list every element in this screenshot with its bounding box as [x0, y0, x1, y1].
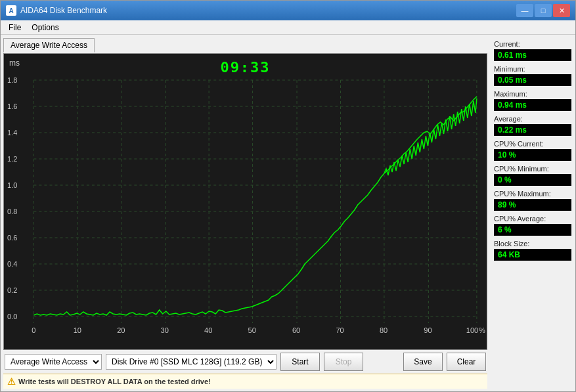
svg-text:100: 100 — [466, 326, 478, 334]
current-label: Current: — [494, 40, 571, 48]
app-icon: A — [6, 5, 16, 16]
svg-rect-0 — [4, 54, 487, 349]
cpu-maximum-label: CPU% Maximum: — [494, 190, 571, 198]
warning-text: Write tests will DESTROY ALL DATA on the… — [18, 378, 211, 385]
warning-bar: ⚠ Write tests will DESTROY ALL DATA on t… — [3, 374, 487, 389]
benchmark-select[interactable]: Average Write Access — [5, 354, 102, 370]
stop-button[interactable]: Stop — [324, 353, 363, 371]
window-title: AIDA64 Disk Benchmark — [20, 6, 107, 15]
cpu-average-value: 6 % — [494, 224, 571, 236]
chart-container: 09:33 ms — [3, 53, 487, 350]
title-bar-controls: — □ ✕ — [516, 4, 570, 17]
maximum-label: Maximum: — [494, 90, 571, 98]
start-button[interactable]: Start — [280, 353, 320, 371]
svg-text:60: 60 — [292, 326, 300, 334]
svg-text:1.4: 1.4 — [7, 129, 17, 137]
cpu-current-value: 10 % — [494, 149, 571, 161]
svg-text:0.4: 0.4 — [7, 260, 17, 268]
cpu-minimum-label: CPU% Minimum: — [494, 165, 571, 173]
content-area: Average Write Access 09:33 ms — [1, 35, 575, 391]
tab-bar: Average Write Access — [3, 37, 487, 52]
svg-text:0.0: 0.0 — [7, 313, 17, 320]
svg-text:40: 40 — [204, 326, 212, 334]
chart-timer: 09:33 — [220, 59, 270, 76]
title-bar: A AIDA64 Disk Benchmark — □ ✕ — [1, 1, 575, 20]
clear-button[interactable]: Clear — [447, 353, 486, 371]
current-value: 0.61 ms — [494, 49, 571, 61]
svg-text:0: 0 — [32, 326, 35, 334]
svg-text:0.2: 0.2 — [7, 286, 17, 294]
chart-svg: ms — [4, 54, 487, 349]
main-window: A AIDA64 Disk Benchmark — □ ✕ File Optio… — [0, 0, 576, 392]
tab-average-write-access[interactable]: Average Write Access — [3, 38, 95, 53]
block-size-value: 64 KB — [494, 249, 571, 261]
maximum-value: 0.94 ms — [494, 99, 571, 111]
svg-text:1.2: 1.2 — [7, 155, 17, 163]
average-label: Average: — [494, 115, 571, 123]
menu-file[interactable]: File — [3, 22, 26, 33]
block-size-label: Block Size: — [494, 240, 571, 248]
menu-options[interactable]: Options — [26, 22, 64, 33]
svg-text:1.6: 1.6 — [7, 102, 17, 110]
title-bar-left: A AIDA64 Disk Benchmark — [6, 5, 107, 16]
svg-text:ms: ms — [9, 58, 20, 68]
bottom-controls: Average Write Access Disk Drive #0 [SSD … — [3, 350, 487, 374]
svg-text:1.8: 1.8 — [7, 76, 17, 84]
minimum-label: Minimum: — [494, 65, 571, 73]
svg-text:%: % — [479, 326, 485, 334]
close-button[interactable]: ✕ — [553, 4, 570, 17]
maximize-button[interactable]: □ — [535, 4, 552, 17]
drive-select[interactable]: Disk Drive #0 [SSD MLC 128G] (119.2 GB) — [106, 354, 277, 370]
cpu-minimum-value: 0 % — [494, 174, 571, 186]
cpu-maximum-value: 89 % — [494, 199, 571, 211]
svg-text:10: 10 — [74, 326, 81, 334]
minimize-button[interactable]: — — [516, 4, 533, 17]
average-value: 0.22 ms — [494, 124, 571, 136]
cpu-average-label: CPU% Average: — [494, 215, 571, 223]
minimum-value: 0.05 ms — [494, 74, 571, 86]
menu-bar: File Options — [1, 20, 575, 35]
warning-icon: ⚠ — [7, 376, 16, 387]
svg-text:0.8: 0.8 — [7, 207, 17, 215]
svg-text:80: 80 — [380, 326, 388, 334]
save-button[interactable]: Save — [403, 353, 443, 371]
svg-text:50: 50 — [248, 326, 256, 334]
svg-text:70: 70 — [336, 326, 343, 334]
svg-text:1.0: 1.0 — [7, 181, 17, 189]
svg-text:20: 20 — [117, 326, 125, 334]
right-panel: Current: 0.61 ms Minimum: 0.05 ms Maximu… — [490, 35, 575, 391]
cpu-current-label: CPU% Current: — [494, 140, 571, 148]
svg-text:30: 30 — [161, 326, 169, 334]
svg-text:0.6: 0.6 — [7, 234, 17, 242]
main-panel: Average Write Access 09:33 ms — [1, 35, 490, 391]
svg-text:90: 90 — [424, 326, 432, 334]
